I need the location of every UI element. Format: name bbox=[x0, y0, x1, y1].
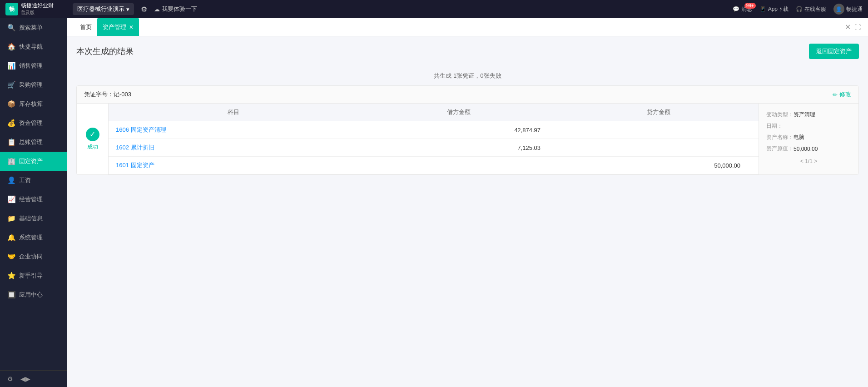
col-debit: 借方金额 bbox=[359, 104, 559, 121]
main-layout: 🔍 搜索菜单 🏠 快捷导航 📊 销售管理 🛒 采购管理 📦 库存核算 💰 资金管… bbox=[0, 18, 868, 387]
table-main: 科目 借方金额 贷方金额 1606 固定资产清理 bbox=[109, 104, 759, 174]
sidebar-label-ledger: 总账管理 bbox=[19, 138, 43, 146]
table-wrapper: ✓ 成功 科目 借方金额 贷方金额 bbox=[77, 104, 858, 174]
sidebar-item-system[interactable]: 🔔 系统管理 bbox=[0, 228, 67, 247]
message-badge: 99+ bbox=[744, 3, 756, 9]
sidebar-label-enterprise: 企业协同 bbox=[19, 253, 43, 261]
sidebar-item-basic-info[interactable]: 📁 基础信息 bbox=[0, 209, 67, 228]
message-button[interactable]: 💬 消息 99+ bbox=[733, 5, 752, 13]
logo-text: 畅捷通好业财 bbox=[21, 2, 54, 10]
tab-bar: 首页 资产管理 ✕ ✕ ⛶ bbox=[67, 18, 868, 36]
next-icon[interactable]: > bbox=[814, 158, 817, 164]
sidebar-label-operations: 经营管理 bbox=[19, 195, 43, 203]
grid-icon: 🔲 bbox=[7, 291, 15, 299]
ledger-icon: 📋 bbox=[7, 138, 15, 146]
summary-text: 共生成 1张凭证，0张失败 bbox=[76, 66, 859, 85]
tab-asset-management[interactable]: 资产管理 ✕ bbox=[97, 18, 139, 36]
sidebar-item-payroll[interactable]: 👤 工资 bbox=[0, 171, 67, 190]
customer-service-label: 在线客服 bbox=[804, 5, 826, 13]
sidebar-item-capital[interactable]: 💰 资金管理 bbox=[0, 114, 67, 133]
debit-3 bbox=[359, 157, 559, 174]
sidebar: 🔍 搜索菜单 🏠 快捷导航 📊 销售管理 🛒 采购管理 📦 库存核算 💰 资金管… bbox=[0, 18, 67, 387]
subject-3: 1601 固定资产 bbox=[109, 157, 359, 174]
sidebar-item-search[interactable]: 🔍 搜索菜单 bbox=[0, 18, 67, 37]
cloud-icon: ☁ bbox=[154, 6, 160, 13]
panel-expand-icon[interactable]: ⛶ bbox=[854, 24, 861, 31]
sidebar-label-basic-info: 基础信息 bbox=[19, 214, 43, 223]
tab-home-label: 首页 bbox=[80, 23, 92, 31]
credit-1 bbox=[559, 121, 759, 139]
asset-name-row: 资产名称： 电脑 bbox=[766, 132, 851, 143]
sidebar-item-inventory[interactable]: 📦 库存核算 bbox=[0, 94, 67, 114]
subject-1: 1606 固定资产清理 bbox=[109, 121, 359, 139]
change-type-value: 资产清理 bbox=[794, 111, 815, 119]
subject-link-2[interactable]: 1602 累计折旧 bbox=[116, 144, 154, 151]
sidebar-label-payroll: 工资 bbox=[19, 176, 31, 184]
voucher-header: 凭证字号：记-003 ✏ 修改 bbox=[77, 86, 858, 104]
panel-close-icon[interactable]: ✕ bbox=[845, 23, 851, 31]
right-panel: 变动类型： 资产清理 日期： 资产名称： 电脑 资产原值： bbox=[759, 104, 858, 174]
user-area[interactable]: 👤 畅捷通 bbox=[833, 4, 863, 15]
voucher-edit-button[interactable]: ✏ 修改 bbox=[833, 90, 851, 99]
sidebar-item-enterprise[interactable]: 🤝 企业协同 bbox=[0, 247, 67, 266]
app-download-button[interactable]: 📱 App下载 bbox=[759, 5, 789, 13]
money-icon: 💰 bbox=[7, 119, 15, 127]
operations-icon: 📈 bbox=[7, 195, 15, 203]
trial-label: 我要体验一下 bbox=[162, 5, 197, 13]
company-selector[interactable]: 医疗器械行业演示 ▾ bbox=[73, 3, 134, 15]
success-text: 成功 bbox=[87, 143, 98, 151]
folder-icon: 📁 bbox=[7, 214, 15, 223]
bell-icon: 🔔 bbox=[7, 233, 15, 242]
subject-2: 1602 累计折旧 bbox=[109, 139, 359, 157]
voucher-table: 科目 借方金额 贷方金额 1606 固定资产清理 bbox=[109, 104, 759, 174]
original-value-row: 资产原值： 50,000.00 bbox=[766, 143, 851, 154]
settings-button[interactable]: ⚙ bbox=[138, 3, 150, 15]
customer-service-button[interactable]: 🎧 在线客服 bbox=[796, 5, 826, 13]
subject-link-1[interactable]: 1606 固定资产清理 bbox=[116, 126, 166, 133]
sidebar-item-sales[interactable]: 📊 销售管理 bbox=[0, 56, 67, 75]
col-credit: 贷方金额 bbox=[559, 104, 759, 121]
tab-close-icon[interactable]: ✕ bbox=[129, 24, 134, 30]
app-download-label: App下载 bbox=[768, 5, 789, 13]
sidebar-label-guide: 新手引导 bbox=[19, 272, 43, 280]
sidebar-label-capital: 资金管理 bbox=[19, 119, 43, 127]
original-value-value: 50,000.00 bbox=[794, 146, 818, 152]
subject-link-3[interactable]: 1601 固定资产 bbox=[116, 162, 154, 169]
sidebar-item-fixed-assets[interactable]: 🏢 固定资产 bbox=[0, 152, 67, 171]
star-icon: ⭐ bbox=[7, 272, 15, 280]
page-indicator: 1/1 bbox=[805, 158, 814, 164]
sidebar-item-purchase[interactable]: 🛒 采购管理 bbox=[0, 75, 67, 94]
sidebar-label-inventory: 库存核算 bbox=[19, 100, 43, 108]
sidebar-item-operations[interactable]: 📈 经营管理 bbox=[0, 190, 67, 209]
toggle-icon[interactable]: ◀▶ bbox=[20, 375, 30, 382]
download-icon: 📱 bbox=[759, 6, 766, 12]
tab-home[interactable]: 首页 bbox=[74, 18, 97, 36]
box-icon: 📦 bbox=[7, 100, 15, 108]
success-column: ✓ 成功 bbox=[77, 104, 109, 174]
success-cell: ✓ 成功 bbox=[82, 124, 103, 154]
date-row: 日期： bbox=[766, 120, 851, 132]
sidebar-item-quick-nav[interactable]: 🏠 快捷导航 bbox=[0, 37, 67, 56]
trial-button[interactable]: ☁ 我要体验一下 bbox=[154, 5, 197, 13]
headset-icon: 🎧 bbox=[796, 6, 803, 12]
settings-bottom-icon[interactable]: ⚙ bbox=[7, 375, 13, 382]
home-icon: 🏠 bbox=[7, 43, 15, 51]
header-right: 💬 消息 99+ 📱 App下载 🎧 在线客服 👤 畅捷通 bbox=[733, 4, 863, 15]
success-icon: ✓ bbox=[86, 128, 99, 141]
return-button[interactable]: 返回固定资产 bbox=[809, 44, 859, 59]
sidebar-item-ledger[interactable]: 📋 总账管理 bbox=[0, 133, 67, 152]
page-title-row: 本次生成的结果 返回固定资产 bbox=[76, 44, 859, 59]
credit-3: 50,000.00 bbox=[559, 157, 759, 174]
prev-icon[interactable]: < bbox=[800, 158, 804, 164]
pagination: < 1/1 > bbox=[766, 154, 851, 168]
voucher-number: 凭证字号：记-003 bbox=[84, 90, 131, 99]
sidebar-item-app-center[interactable]: 🔲 应用中心 bbox=[0, 285, 67, 304]
logo-area: 畅 畅捷通好业财 普及版 bbox=[5, 2, 73, 16]
top-header: 畅 畅捷通好业财 普及版 医疗器械行业演示 ▾ ⚙ ☁ 我要体验一下 💬 消息 … bbox=[0, 0, 868, 18]
user-icon: 👤 bbox=[7, 176, 15, 184]
tab-asset-management-label: 资产管理 bbox=[103, 23, 126, 31]
handshake-icon: 🤝 bbox=[7, 253, 15, 261]
sidebar-item-guide[interactable]: ⭐ 新手引导 bbox=[0, 266, 67, 285]
asset-name-value: 电脑 bbox=[794, 134, 804, 141]
gear-icon: ⚙ bbox=[141, 5, 147, 14]
